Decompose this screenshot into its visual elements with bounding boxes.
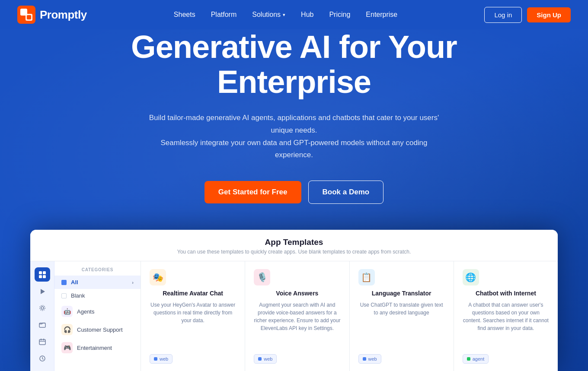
badge-dot-translator	[363, 357, 366, 361]
cat-dot-blank	[61, 293, 67, 298]
card-desc-translator: Use ChatGPT to translate given text to a…	[358, 301, 445, 317]
app-preview: App Templates You can use these template…	[30, 230, 558, 371]
card-desc-chatbot: A chatbot that can answer user's questio…	[463, 301, 549, 332]
svg-rect-3	[27, 15, 31, 19]
cat-icon-entertainment: 🎮	[61, 342, 73, 353]
cards-area: 🎭 Realtime Avatar Chat Use your HeyGen's…	[141, 261, 558, 371]
svg-rect-12	[39, 339, 45, 345]
app-sidebar	[30, 261, 54, 371]
app-body: CATEGORIES All › Blank 🤖 Agents	[30, 261, 558, 371]
hero-subtitle: Build tailor-made generative AI agents, …	[147, 112, 441, 162]
card-icon-translator: 📋	[358, 269, 375, 285]
badge-dot-chatbot	[467, 357, 470, 361]
card-badge-chatbot: agent	[463, 354, 489, 364]
login-button[interactable]: Log in	[484, 7, 522, 23]
logo[interactable]: Promptly	[17, 6, 87, 24]
cat-item-agents[interactable]: 🤖 Agents	[54, 302, 141, 320]
categories-label: CATEGORIES	[54, 267, 141, 272]
cat-item-blank[interactable]: Blank	[54, 289, 141, 302]
card-badge-avatar: web	[150, 354, 173, 364]
cat-dot-all	[61, 280, 67, 285]
sidebar-icon-settings[interactable]	[35, 301, 50, 315]
sidebar-icon-apps[interactable]	[35, 267, 50, 282]
sidebar-icon-calendar[interactable]	[35, 335, 50, 349]
app-preview-wrapper: App Templates You can use these template…	[30, 230, 558, 371]
badge-dot-avatar	[154, 357, 157, 361]
svg-rect-4	[39, 271, 42, 274]
card-icon-chatbot: 🌐	[463, 269, 479, 285]
svg-rect-6	[39, 275, 42, 278]
book-demo-button[interactable]: Book a Demo	[308, 181, 384, 204]
cat-icon-agents: 🤖	[61, 306, 73, 317]
svg-point-10	[40, 305, 45, 311]
nav-links: Sheets Platform Solutions ▾ Hub Pricing …	[174, 11, 397, 19]
sidebar-icon-history[interactable]	[35, 351, 50, 365]
app-header: App Templates You can use these template…	[30, 230, 558, 261]
cat-item-entertainment[interactable]: 🎮 Entertainment	[54, 339, 141, 357]
card-icon-voice: 🎙️	[254, 269, 270, 285]
logo-icon	[17, 6, 35, 24]
nav-sheets[interactable]: Sheets	[174, 11, 195, 19]
card-badge-voice: web	[254, 354, 277, 364]
sidebar-icon-folder[interactable]	[35, 318, 50, 332]
get-started-button[interactable]: Get Started for Free	[205, 181, 301, 203]
card-desc-avatar: Use your HeyGen's Avatar to answer quest…	[150, 301, 236, 324]
card-title-avatar: Realtime Avatar Chat	[150, 290, 236, 297]
card-title-translator: Language Translator	[358, 290, 445, 297]
hero-buttons: Get Started for Free Book a Demo	[205, 181, 383, 204]
nav-platform[interactable]: Platform	[211, 11, 237, 19]
svg-rect-5	[43, 271, 46, 274]
hero-section: Generative AI for Your Enterprise Build …	[0, 0, 588, 371]
cat-item-all[interactable]: All ›	[54, 276, 141, 289]
nav-actions: Log in Sign Up	[484, 7, 571, 23]
nav-solutions[interactable]: Solutions ▾	[252, 11, 285, 19]
solutions-chevron-icon: ▾	[283, 12, 285, 18]
card-title-voice: Voice Answers	[254, 290, 340, 297]
svg-marker-8	[41, 289, 45, 294]
card-voice-answers[interactable]: 🎙️ Voice Answers Augment your search wit…	[245, 261, 349, 371]
cat-item-customer-support[interactable]: 🎧 Customer Support	[54, 320, 141, 339]
card-language-translator[interactable]: 📋 Language Translator Use ChatGPT to tra…	[350, 261, 454, 371]
nav-enterprise[interactable]: Enterprise	[366, 11, 397, 19]
card-badge-translator: web	[358, 354, 381, 364]
app-header-subtitle: You can use these templates to quickly c…	[41, 249, 547, 255]
categories-panel: CATEGORIES All › Blank 🤖 Agents	[54, 261, 141, 371]
cat-chevron-all: ›	[132, 280, 134, 285]
card-title-chatbot: Chatbot with Internet	[463, 290, 549, 297]
nav-pricing[interactable]: Pricing	[329, 11, 350, 19]
card-realtime-avatar[interactable]: 🎭 Realtime Avatar Chat Use your HeyGen's…	[141, 261, 245, 371]
card-chatbot-internet[interactable]: 🌐 Chatbot with Internet A chatbot that c…	[454, 261, 558, 371]
cat-icon-customer: 🎧	[61, 324, 73, 335]
nav-hub[interactable]: Hub	[301, 11, 313, 19]
sidebar-icon-play[interactable]	[35, 284, 50, 298]
svg-rect-7	[43, 275, 46, 278]
app-header-title: App Templates	[41, 238, 547, 247]
brand-name: Promptly	[40, 8, 87, 22]
badge-dot-voice	[258, 357, 262, 361]
signup-button[interactable]: Sign Up	[527, 7, 571, 22]
navbar: Promptly Sheets Platform Solutions ▾ Hub…	[0, 0, 588, 29]
hero-title: Generative AI for Your Enterprise	[131, 29, 457, 100]
card-desc-voice: Augment your search with AI and provide …	[254, 301, 340, 332]
card-icon-avatar: 🎭	[150, 269, 166, 285]
svg-point-9	[41, 307, 44, 309]
